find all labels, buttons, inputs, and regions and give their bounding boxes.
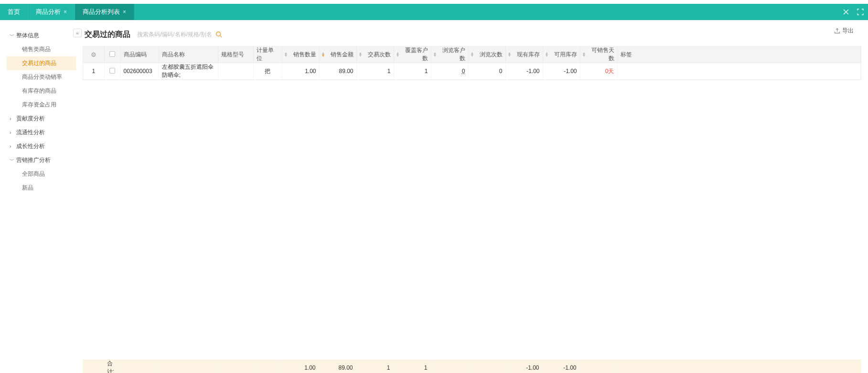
fullscreen-icon[interactable] xyxy=(857,8,864,16)
totals-stock-now: -1.00 xyxy=(505,360,542,373)
sidebar-group-contribution[interactable]: › 贡献度分析 xyxy=(7,112,76,126)
sidebar-group-growth[interactable]: › 成长性分析 xyxy=(7,139,76,153)
page-title: 交易过的商品 xyxy=(85,30,130,40)
totals-sale-qty: 1.00 xyxy=(281,360,319,373)
sidebar-group-label: 整体信息 xyxy=(16,32,39,40)
sidebar-item-sales-products[interactable]: 销售类商品 xyxy=(7,43,76,56)
col-tags[interactable]: 标签 xyxy=(617,46,861,63)
col-browse-cnt[interactable]: ▲▼浏览次数 xyxy=(468,46,505,63)
totals-sale-amt: 89.00 xyxy=(319,360,356,373)
totals-stock-avail: -1.00 xyxy=(542,360,579,373)
cell-sale-qty: 1.00 xyxy=(282,63,319,80)
col-stock-now[interactable]: ▲▼现有库存 xyxy=(505,46,543,63)
cell-stock-avail: -1.00 xyxy=(543,63,580,80)
col-sale-days[interactable]: ▲▼可销售天数 xyxy=(580,46,617,63)
chevron-right-icon: › xyxy=(10,144,15,149)
export-button[interactable]: 导出 xyxy=(834,27,854,35)
sort-icon: ▲▼ xyxy=(471,52,474,57)
col-stock-avail[interactable]: ▲▼可用库存 xyxy=(543,46,580,63)
tab-product-analysis-list[interactable]: 商品分析列表 × xyxy=(75,4,134,20)
sidebar-group-liquidity[interactable]: › 流通性分析 xyxy=(7,126,76,139)
sort-icon: ▲▼ xyxy=(545,52,549,57)
close-icon[interactable]: × xyxy=(123,9,126,15)
sidebar-item-stocked-products[interactable]: 有库存的商品 xyxy=(7,84,76,98)
close-icon[interactable]: × xyxy=(64,9,67,15)
cell-unit: 把 xyxy=(253,63,282,80)
col-spec[interactable]: 规格型号 xyxy=(218,46,253,63)
sidebar-group-label: 成长性分析 xyxy=(16,142,45,150)
col-sale-qty[interactable]: ▲▼销售数量 xyxy=(282,46,319,63)
sidebar-item-new-products[interactable]: 新品 xyxy=(7,181,76,195)
col-settings[interactable]: ⚙ xyxy=(83,46,104,63)
sidebar-item-stock-capital[interactable]: 库存资金占用 xyxy=(7,98,76,112)
cell-sale-days: 0天 xyxy=(580,63,617,80)
col-name[interactable]: 商品名称 xyxy=(159,46,218,63)
sidebar-item-category-turnover[interactable]: 商品分类动销率 xyxy=(7,70,76,84)
cell-cover-cust: 1 xyxy=(394,63,431,80)
col-cover-cust[interactable]: ▲▼覆盖客户数 xyxy=(394,46,431,63)
main-content: « 交易过的商品 导出 xyxy=(76,20,868,373)
cell-browse-cust[interactable]: 0 xyxy=(431,63,468,80)
sidebar-item-traded-products[interactable]: 交易过的商品 xyxy=(7,56,76,70)
cell-code: 002600003 xyxy=(120,63,159,80)
table-row[interactable]: 1 002600003 左都胶囊五折遮阳伞防晒伞; 把 1.00 89.00 1… xyxy=(83,63,861,80)
checkbox-all[interactable] xyxy=(109,51,115,57)
tab-product-analysis[interactable]: 商品分析 × xyxy=(28,4,75,20)
sidebar-group-overall[interactable]: ﹀ 整体信息 xyxy=(7,29,76,43)
tab-label: 首页 xyxy=(8,8,20,16)
checkbox-row[interactable] xyxy=(109,68,115,74)
svg-point-0 xyxy=(216,32,221,36)
chevron-right-icon: › xyxy=(10,116,15,121)
export-label: 导出 xyxy=(842,27,854,35)
sort-icon: ▲▼ xyxy=(508,52,512,57)
close-all-icon[interactable] xyxy=(842,8,850,16)
sort-icon: ▲▼ xyxy=(396,52,400,57)
cell-name: 左都胶囊五折遮阳伞防晒伞; xyxy=(159,63,218,80)
cell-tags xyxy=(617,63,861,80)
sort-icon: ▲▼ xyxy=(582,52,586,57)
col-tx-cnt[interactable]: ▲▼交易次数 xyxy=(356,46,394,63)
sidebar-group-label: 流通性分析 xyxy=(16,128,45,137)
tab-label: 商品分析列表 xyxy=(83,8,120,16)
collapse-sidebar-button[interactable]: « xyxy=(73,29,82,37)
data-table: ⚙ 商品编码 商品名称 规格型号 计量单位 ▲▼销售数量 ▲▼销售金额 ▲▼交易… xyxy=(83,46,861,80)
col-sale-amt[interactable]: ▲▼销售金额 xyxy=(319,46,356,63)
col-browse-cust[interactable]: ▲▼浏览客户数 xyxy=(431,46,468,63)
cell-sale-amt: 89.00 xyxy=(319,63,356,80)
search-box xyxy=(137,31,222,38)
cell-browse-cnt: 0 xyxy=(468,63,505,80)
sidebar-item-all-products[interactable]: 全部商品 xyxy=(7,167,76,181)
gear-icon: ⚙ xyxy=(91,51,96,58)
tab-label: 商品分析 xyxy=(36,8,61,16)
sort-icon: ▲▼ xyxy=(359,52,363,57)
cell-spec xyxy=(218,63,253,80)
totals-cover-cust: 1 xyxy=(393,360,430,373)
search-icon[interactable] xyxy=(215,31,222,38)
search-input[interactable] xyxy=(137,31,214,38)
sort-icon: ▲▼ xyxy=(284,52,288,57)
tab-bar: 首页 商品分析 × 商品分析列表 × xyxy=(0,4,868,20)
chevron-down-icon: ﹀ xyxy=(10,32,15,39)
chevron-down-icon: ﹀ xyxy=(10,157,15,164)
cell-checkbox[interactable] xyxy=(104,63,120,80)
sidebar-group-marketing[interactable]: ﹀ 营销推广分析 xyxy=(7,153,76,167)
cell-index: 1 xyxy=(83,63,104,80)
col-checkbox[interactable] xyxy=(104,46,120,63)
totals-label: 合计: xyxy=(104,360,120,373)
sidebar-group-label: 营销推广分析 xyxy=(16,156,51,164)
export-icon xyxy=(834,28,840,34)
totals-tx-cnt: 1 xyxy=(356,360,393,373)
sidebar-group-label: 贡献度分析 xyxy=(16,115,45,123)
cell-stock-now: -1.00 xyxy=(505,63,543,80)
cell-tx-cnt: 1 xyxy=(356,63,394,80)
totals-row: 合计: 1.00 89.00 1 1 -1.00 -1.00 xyxy=(83,360,861,373)
chevron-right-icon: › xyxy=(10,130,15,135)
sort-icon: ▲▼ xyxy=(321,52,325,57)
col-code[interactable]: 商品编码 xyxy=(120,46,159,63)
sidebar: ﹀ 整体信息 销售类商品 交易过的商品 商品分类动销率 有库存的商品 库存资金占… xyxy=(7,20,76,373)
col-unit[interactable]: 计量单位 xyxy=(253,46,282,63)
sort-icon: ▲▼ xyxy=(433,52,437,57)
tab-home[interactable]: 首页 xyxy=(0,4,28,20)
